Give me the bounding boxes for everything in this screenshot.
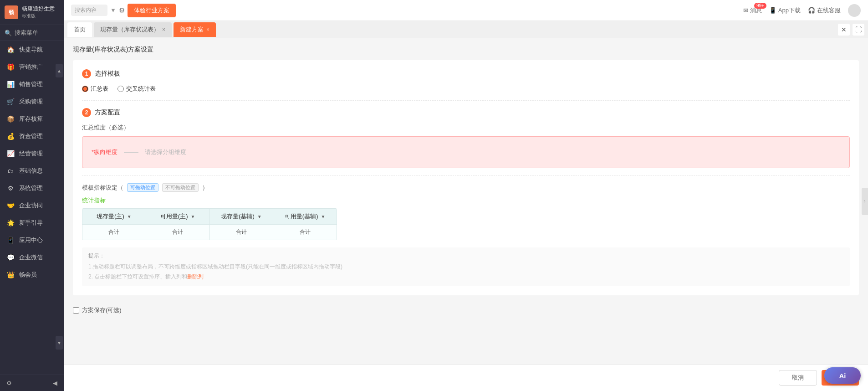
save-checkbox[interactable] (73, 307, 79, 314)
sidebar-item-purchase[interactable]: 🛒 采购管理 (0, 93, 64, 110)
inventory-icon: 📦 (6, 115, 15, 123)
tab-inventory[interactable]: 现存量（库存状况表） × (94, 22, 172, 37)
sidebar-item-label: 资金管理 (19, 132, 43, 140)
sidebar-item-label: 采购管理 (19, 98, 43, 106)
wechat-icon: 💬 (6, 253, 15, 262)
tab-new-scheme-label: 新建方案 (180, 26, 204, 34)
stats-table: 现存量(主) ▼ 可用量(主) ▼ 现存量(基辅) ▼ 可用量(基辅) (82, 208, 337, 240)
sidebar-item-inventory[interactable]: 📦 库存核算 (0, 110, 64, 128)
stats-section-title: 统计指标 (82, 196, 850, 205)
app-download-btn[interactable]: 📱 App下载 (769, 6, 801, 15)
sidebar-item-enterprise-wechat[interactable]: 💬 企业微信 (0, 249, 64, 266)
template-summary-label: 汇总表 (91, 85, 108, 93)
sidebar-item-label: 快捷导航 (19, 46, 43, 54)
section1-divider (82, 100, 850, 101)
sidebar-item-label: 库存核算 (19, 115, 43, 123)
tab-home-label: 首页 (74, 26, 86, 34)
stats-cell-1-1: 合计 (82, 224, 146, 240)
stats-col-1[interactable]: 现存量(主) ▼ (82, 209, 146, 224)
basic-info-icon: 🗂 (6, 167, 15, 175)
stats-col-4-dropdown[interactable]: ▼ (321, 214, 326, 219)
template-cross-option[interactable]: 交叉统计表 (117, 85, 156, 93)
save-row: 方案保存(可选) (73, 302, 859, 319)
enterprise-icon: 🤝 (6, 201, 15, 210)
mobile-icon: 📱 (769, 7, 776, 14)
search-icon: 🔍 (5, 30, 12, 36)
topbar-search-input[interactable]: 搜索内容 (71, 5, 107, 16)
marketing-icon: 🎁 (6, 63, 15, 71)
sidebar-item-new-guide[interactable]: 🌟 新手引导 (0, 214, 64, 232)
topbar-breadcrumb: 搜索内容 ▼ ⚙ 体验行业方案 (71, 4, 738, 17)
sidebar-item-label: 企业微信 (19, 253, 43, 262)
stats-col-3-label: 现存量(基辅) (221, 212, 255, 221)
section2-title: 方案配置 (95, 108, 120, 117)
cancel-button[interactable]: 取消 (779, 370, 817, 386)
logo-badge: 标准版 (22, 13, 55, 19)
stats-col-3-dropdown[interactable]: ▼ (257, 214, 262, 219)
tips-item-1: 1.拖动标题栏可以调整布局，不可跨维度或指标区域拖动栏目字段(只能在同一维度或指… (88, 262, 843, 272)
section1-num: 1 (82, 69, 91, 78)
right-sidebar-toggle[interactable]: › (862, 188, 868, 215)
metrics-config-suffix: ） (202, 184, 208, 192)
tab-home[interactable]: 首页 (67, 22, 92, 37)
trial-btn[interactable]: 体验行业方案 (128, 4, 176, 17)
search-menu-label: 搜索菜单 (15, 29, 38, 37)
stats-col-4[interactable]: 可用量(基辅) ▼ (273, 209, 337, 224)
sidebar-item-member[interactable]: 👑 畅会员 (0, 266, 64, 283)
user-avatar[interactable] (848, 4, 861, 17)
stats-col-2-label: 可用量(主) (160, 212, 188, 221)
section2-divider (82, 175, 850, 176)
tab-new-scheme[interactable]: 新建方案 × (174, 22, 216, 37)
sidebar-item-sales[interactable]: 📊 销售管理 (0, 76, 64, 93)
sidebar-logo: 畅 畅康通好生意 标准版 (0, 0, 64, 25)
sidebar-item-app-center[interactable]: 📱 应用中心 (0, 232, 64, 249)
dim-placeholder: 请选择分组维度 (145, 148, 186, 156)
ai-button[interactable]: Ai (824, 367, 861, 384)
scheme-panel: 1 选择模板 汇总表 交叉统计表 2 方案配置 汇总维度（必选） (73, 60, 859, 295)
stats-col-2[interactable]: 可用量(主) ▼ (146, 209, 210, 224)
footer-bar: 取消 查询 (64, 364, 868, 391)
search-menu[interactable]: 🔍 搜索菜单 (0, 25, 64, 41)
stats-col-2-dropdown[interactable]: ▼ (191, 214, 195, 219)
sidebar-scroll-up[interactable]: ▲ (56, 64, 63, 77)
sidebar-item-system[interactable]: ⚙ 系统管理 (0, 180, 64, 197)
template-cross-radio[interactable] (117, 86, 124, 92)
member-icon: 👑 (6, 271, 15, 279)
sidebar-item-label: 系统管理 (19, 184, 43, 192)
template-summary-radio[interactable] (82, 86, 88, 92)
app-center-icon: 📱 (6, 236, 15, 244)
sidebar-item-basic-info[interactable]: 🗂 基础信息 (0, 162, 64, 180)
stats-cell-1-3: 合计 (210, 224, 274, 240)
sidebar-item-quick-nav[interactable]: 🏠 快捷导航 (0, 41, 64, 58)
non-draggable-badge: 不可拖动位置 (162, 183, 199, 192)
sidebar-item-label: 经营管理 (19, 149, 43, 158)
template-summary-option[interactable]: 汇总表 (82, 85, 108, 93)
collapse-icon[interactable]: ◀ (53, 380, 57, 386)
sidebar-item-label: 企业协同 (19, 201, 43, 210)
dim-area[interactable]: *纵向维度 —— 请选择分组维度 (82, 136, 850, 168)
sidebar-scroll-down[interactable]: ▼ (56, 336, 63, 350)
sidebar-item-marketing[interactable]: 🎁 营销推广 (0, 58, 64, 76)
app-download-label: App下载 (778, 6, 801, 15)
sidebar-item-enterprise[interactable]: 🤝 企业协同 (0, 197, 64, 214)
tab-expand-btn[interactable]: ⛶ (853, 24, 864, 36)
tab-inventory-close[interactable]: × (162, 26, 165, 33)
settings-icon[interactable]: ⚙ (6, 380, 12, 386)
sidebar-item-finance[interactable]: 💰 资金管理 (0, 128, 64, 145)
draggable-badge: 可拖动位置 (127, 183, 158, 192)
stats-col-1-label: 现存量(主) (97, 212, 124, 221)
tips-section: 提示： 1.拖动标题栏可以调整布局，不可跨维度或指标区域拖动栏目字段(只能在同一… (82, 247, 850, 286)
purchase-icon: 🛒 (6, 98, 15, 106)
tab-collapse-btn[interactable]: ✕ (838, 24, 850, 36)
msg-icon: ✉ (743, 7, 748, 14)
section1-title: 选择模板 (95, 70, 120, 78)
msg-btn[interactable]: ✉ 消息 99+ (743, 6, 762, 15)
sidebar-item-operations[interactable]: 📈 经营管理 (0, 145, 64, 162)
online-support-btn[interactable]: 🎧 在线客服 (808, 6, 841, 15)
stats-col-3[interactable]: 现存量(基辅) ▼ (210, 209, 274, 224)
gear-icon[interactable]: ⚙ (119, 6, 125, 15)
tab-new-scheme-close[interactable]: × (206, 26, 209, 33)
system-icon: ⚙ (6, 184, 15, 192)
dim-arrow: —— (124, 148, 138, 156)
stats-col-1-dropdown[interactable]: ▼ (127, 214, 132, 219)
